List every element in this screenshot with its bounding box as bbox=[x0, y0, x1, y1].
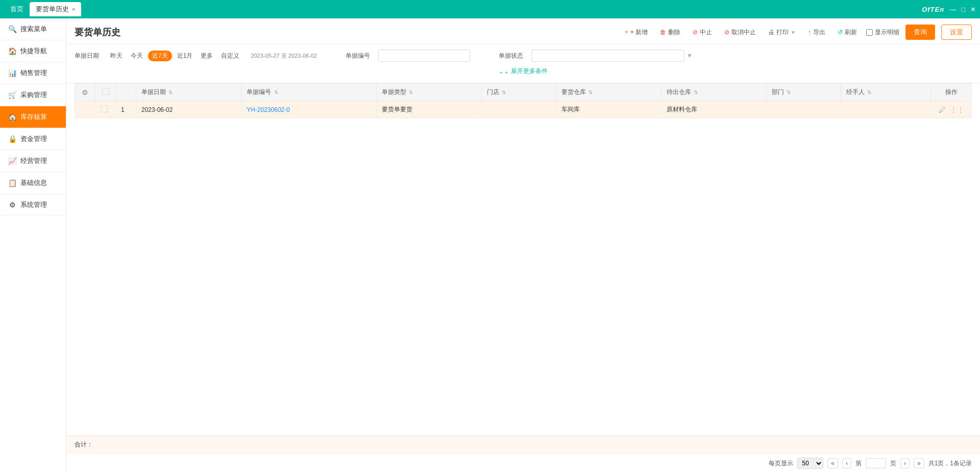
display-detail-toggle[interactable]: 显示明细 bbox=[866, 28, 899, 37]
date-btn-7days[interactable]: 近7天 bbox=[148, 51, 172, 61]
row-operation: 🖊 ⋮⋮ bbox=[931, 101, 972, 119]
stop-label: 中止 bbox=[700, 28, 712, 37]
maximize-btn[interactable]: □ bbox=[961, 6, 965, 13]
refresh-label: 刷新 bbox=[845, 28, 857, 37]
doc-status-dropdown-icon[interactable]: ▼ bbox=[687, 52, 693, 59]
date-btn-more[interactable]: 更多 bbox=[198, 51, 216, 61]
inventory-icon: 🏠 bbox=[8, 113, 16, 121]
sidebar-item-purchase-mgmt-label: 采购管理 bbox=[20, 90, 47, 100]
delete-label: 删除 bbox=[668, 28, 680, 37]
page-number-input[interactable]: 1 bbox=[866, 458, 886, 468]
sidebar-item-inventory[interactable]: 🏠 库存核算 bbox=[0, 106, 66, 128]
system-mgmt-icon: ⚙ bbox=[8, 201, 16, 209]
sidebar-item-quick-nav[interactable]: 🏠 快捷导航 bbox=[0, 40, 66, 62]
setting-button[interactable]: 设置 bbox=[941, 25, 972, 40]
minimize-btn[interactable]: — bbox=[949, 6, 956, 13]
row-req-warehouse: 车间库 bbox=[556, 101, 661, 119]
doc-date-sort-icon[interactable]: ⇅ bbox=[168, 89, 173, 95]
tab-home[interactable]: 首页 bbox=[4, 2, 30, 16]
doc-status-input[interactable] bbox=[531, 50, 684, 62]
delete-button[interactable]: 🗑 删除 bbox=[657, 26, 683, 39]
date-filter-label: 单据日期 bbox=[75, 52, 99, 60]
col-store: 门店 ⇅ bbox=[481, 84, 556, 101]
date-btn-today[interactable]: 今天 bbox=[128, 51, 146, 61]
table-settings-gear-icon[interactable]: ⚙ bbox=[82, 88, 88, 97]
row-num: 1 bbox=[116, 101, 136, 119]
table-head: ⚙ 单据日期 ⇅ 单据编号 ⇅ bbox=[75, 84, 972, 101]
sidebar-item-operations-mgmt[interactable]: 📈 经营管理 bbox=[0, 150, 66, 172]
sidebar-item-sales-mgmt[interactable]: 📊 销售管理 bbox=[0, 62, 66, 84]
doc-number-link[interactable]: YH-20230602-0 bbox=[247, 106, 290, 113]
sidebar-item-search-menu[interactable]: 🔍 搜索菜单 bbox=[0, 18, 66, 40]
refresh-button[interactable]: ↺ 刷新 bbox=[835, 26, 860, 39]
row-op-icons: 🖊 ⋮⋮ bbox=[936, 106, 966, 114]
date-btn-custom[interactable]: 自定义 bbox=[218, 51, 242, 61]
main-layout: 🔍 搜索菜单 🏠 快捷导航 📊 销售管理 🛒 采购管理 🏠 库存核算 🔒 资金管… bbox=[0, 18, 980, 473]
col-handler: 经手人 ⇅ bbox=[841, 84, 930, 101]
last-page-btn[interactable]: » bbox=[914, 458, 924, 468]
sidebar-item-quick-nav-label: 快捷导航 bbox=[20, 46, 47, 56]
operations-mgmt-icon: 📈 bbox=[8, 157, 16, 165]
page-size-select[interactable]: 10 20 50 100 bbox=[797, 458, 823, 469]
pagination: 每页显示 10 20 50 100 « ‹ 第 1 页 › » 共1页，1条记录 bbox=[66, 453, 980, 473]
doc-type-sort-icon[interactable]: ⇅ bbox=[409, 89, 413, 95]
print-label: 打印 bbox=[776, 28, 789, 37]
display-detail-checkbox[interactable] bbox=[866, 29, 873, 36]
row-doc-number: YH-20230602-0 bbox=[241, 101, 377, 119]
filter-row-1: 单据日期 昨天 今天 近7天 近1月 更多 自定义 2023-05-27 至 2… bbox=[75, 50, 972, 62]
header-actions: + + 新增 🗑 删除 ⊘ 中止 ⊘ 取消中止 🖨 打印 bbox=[622, 25, 972, 40]
search-menu-icon: 🔍 bbox=[8, 25, 16, 33]
total-info: 共1页，1条记录 bbox=[928, 459, 972, 468]
row-more-icon[interactable]: ⋮⋮ bbox=[950, 106, 964, 114]
new-button[interactable]: + + 新增 bbox=[622, 26, 651, 39]
pending-warehouse-sort-icon[interactable]: ⇅ bbox=[694, 89, 698, 95]
page-title: 要货单历史 bbox=[75, 26, 120, 38]
filter-area: 单据日期 昨天 今天 近7天 近1月 更多 自定义 2023-05-27 至 2… bbox=[66, 44, 980, 83]
table-area: ⚙ 单据日期 ⇅ 单据编号 ⇅ bbox=[66, 83, 980, 436]
col-operation: 操作 bbox=[931, 84, 972, 101]
sidebar-item-basic-info[interactable]: 📋 基础信息 bbox=[0, 172, 66, 194]
sidebar-item-finance-mgmt-label: 资金管理 bbox=[20, 134, 47, 144]
sidebar-item-purchase-mgmt[interactable]: 🛒 采购管理 bbox=[0, 84, 66, 106]
date-btn-1month[interactable]: 近1月 bbox=[174, 51, 196, 61]
stop-button[interactable]: ⊘ 中止 bbox=[690, 26, 715, 39]
query-button[interactable]: 查询 bbox=[905, 25, 935, 40]
tab-close-icon[interactable]: × bbox=[72, 6, 75, 12]
col-settings: ⚙ bbox=[75, 84, 95, 101]
current-page-prefix: 第 bbox=[855, 459, 862, 468]
sidebar-item-finance-mgmt[interactable]: 🔒 资金管理 bbox=[0, 128, 66, 150]
store-sort-icon[interactable]: ⇅ bbox=[502, 89, 506, 95]
expand-more-icon: ⌄⌄ bbox=[499, 68, 509, 75]
sidebar: 🔍 搜索菜单 🏠 快捷导航 📊 销售管理 🛒 采购管理 🏠 库存核算 🔒 资金管… bbox=[0, 18, 66, 473]
row-pending-warehouse: 原材料仓库 bbox=[661, 101, 766, 119]
delete-icon: 🗑 bbox=[660, 29, 666, 36]
brand-label: OfTEn bbox=[922, 6, 944, 13]
expand-more-btn[interactable]: ⌄⌄ 展开更多条件 bbox=[75, 65, 972, 78]
quick-nav-icon: 🏠 bbox=[8, 47, 16, 55]
close-window-btn[interactable]: ✕ bbox=[970, 6, 976, 13]
export-button[interactable]: ↑ 导出 bbox=[805, 26, 828, 39]
select-all-checkbox[interactable] bbox=[102, 88, 109, 95]
print-dropdown-icon: ▼ bbox=[791, 30, 796, 35]
row-edit-icon[interactable]: 🖊 bbox=[939, 106, 946, 114]
handler-sort-icon[interactable]: ⇅ bbox=[867, 89, 871, 95]
tab-requisition-history[interactable]: 要货单历史 × bbox=[30, 2, 81, 16]
table-header-row: ⚙ 单据日期 ⇅ 单据编号 ⇅ bbox=[75, 84, 972, 101]
prev-page-btn[interactable]: ‹ bbox=[842, 458, 851, 468]
department-sort-icon[interactable]: ⇅ bbox=[787, 89, 791, 95]
new-label: + 新增 bbox=[630, 28, 648, 37]
print-button[interactable]: 🖨 打印 ▼ bbox=[765, 26, 799, 39]
cancel-stop-button[interactable]: ⊘ 取消中止 bbox=[721, 26, 759, 39]
next-page-btn[interactable]: › bbox=[900, 458, 910, 468]
req-warehouse-sort-icon[interactable]: ⇅ bbox=[589, 89, 593, 95]
first-page-btn[interactable]: « bbox=[827, 458, 838, 468]
page-header: 要货单历史 + + 新增 🗑 删除 ⊘ 中止 ⊘ 取消中止 bbox=[66, 18, 980, 44]
cancel-stop-label: 取消中止 bbox=[731, 28, 756, 37]
doc-number-sort-icon[interactable]: ⇅ bbox=[274, 89, 278, 95]
doc-number-input[interactable] bbox=[378, 50, 470, 62]
col-doc-date: 单据日期 ⇅ bbox=[136, 84, 241, 101]
sidebar-item-system-mgmt[interactable]: ⚙ 系统管理 bbox=[0, 194, 66, 216]
row-department bbox=[766, 101, 841, 119]
row-select-checkbox[interactable] bbox=[101, 105, 108, 112]
date-btn-yesterday[interactable]: 昨天 bbox=[107, 51, 126, 61]
